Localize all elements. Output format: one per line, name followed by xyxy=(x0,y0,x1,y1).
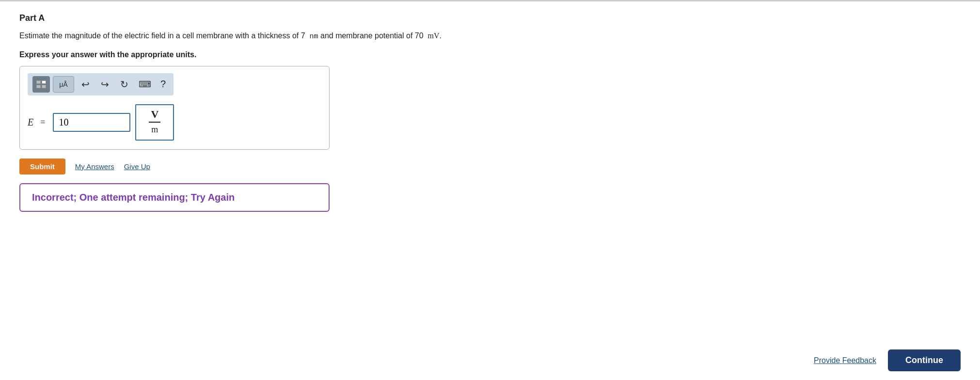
problem-text-2: and membrane potential of 70 xyxy=(320,32,424,40)
problem-text: Estimate the magnitude of the electric f… xyxy=(19,30,961,43)
fraction-numerator: V xyxy=(149,108,160,123)
input-box-container: μÅ ↩ ↪ ↻ ⌨ ? E = V m xyxy=(19,66,330,150)
unit-grid-icon xyxy=(36,80,46,88)
part-label: Part A xyxy=(19,13,961,23)
equation-equals: = xyxy=(40,117,45,127)
help-label: ? xyxy=(160,79,166,89)
unit-grid-button[interactable] xyxy=(32,76,50,93)
main-content: Part A Estimate the magnitude of the ele… xyxy=(0,1,980,240)
actions-row: Submit My Answers Give Up xyxy=(19,158,961,174)
mu-angstrom-button[interactable]: μÅ xyxy=(53,76,74,93)
my-answers-button[interactable]: My Answers xyxy=(75,162,114,171)
refresh-button[interactable]: ↻ xyxy=(116,76,132,93)
fraction-box: V m xyxy=(135,104,174,141)
feedback-text: Incorrect; One attempt remaining; Try Ag… xyxy=(32,192,235,203)
potential-value: mV xyxy=(427,32,439,40)
fraction-denominator: m xyxy=(149,123,160,135)
express-label: Express your answer with the appropriate… xyxy=(19,50,961,59)
problem-text-1: Estimate the magnitude of the electric f… xyxy=(19,32,305,40)
feedback-box: Incorrect; One attempt remaining; Try Ag… xyxy=(19,183,330,212)
keyboard-button[interactable]: ⌨ xyxy=(135,76,155,93)
number-input[interactable] xyxy=(53,113,130,132)
equation-variable: E xyxy=(28,117,33,128)
redo-button[interactable]: ↪ xyxy=(96,76,113,93)
equation-row: E = V m xyxy=(28,104,321,141)
give-up-button[interactable]: Give Up xyxy=(124,162,150,171)
mu-angstrom-label: μÅ xyxy=(59,80,67,88)
toolbar: μÅ ↩ ↪ ↻ ⌨ ? xyxy=(28,73,174,95)
problem-text-end: . xyxy=(439,32,441,40)
thickness-unit: nm xyxy=(310,32,318,41)
help-button[interactable]: ? xyxy=(158,78,169,91)
undo-button[interactable]: ↩ xyxy=(77,76,94,93)
submit-button[interactable]: Submit xyxy=(19,158,65,174)
